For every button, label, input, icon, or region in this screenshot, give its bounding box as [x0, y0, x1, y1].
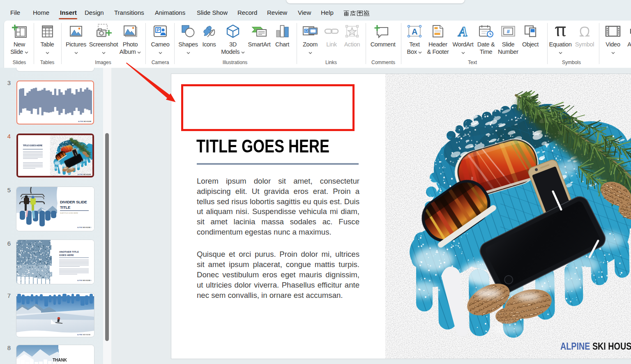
svg-text:P: P [157, 28, 159, 32]
svg-text:ALPINE SKI HOUSE: ALPINE SKI HOUSE [77, 334, 91, 336]
svg-text:#: # [507, 28, 510, 35]
svg-text:5: 5 [91, 227, 92, 228]
svg-text:THANK: THANK [53, 358, 67, 362]
svg-text:6: 6 [91, 280, 92, 281]
svg-text:ALPINE SKI HOUSE: ALPINE SKI HOUSE [77, 227, 91, 228]
svg-text:ALPINE SKI HOUSE: ALPINE SKI HOUSE [78, 174, 91, 175]
svg-text:4: 4 [90, 174, 91, 175]
svg-text:DIVIDER SLIDE: DIVIDER SLIDE [60, 200, 87, 204]
svg-text:GOES HERE: GOES HERE [59, 254, 74, 256]
svg-text:3: 3 [90, 121, 91, 122]
svg-text:SUBTITLE GOES HERE: SUBTITLE GOES HERE [60, 212, 78, 214]
svg-text:A: A [458, 24, 467, 38]
svg-text:ALPINE SKI HOUSE: ALPINE SKI HOUSE [77, 280, 91, 281]
svg-text:TITLE: TITLE [60, 205, 70, 210]
svg-text:ALPINE SKI HOUSE: ALPINE SKI HOUSE [78, 121, 92, 122]
svg-text:TITLE GOES HERE: TITLE GOES HERE [23, 144, 43, 147]
svg-text:ANOTHER TITLE: ANOTHER TITLE [59, 251, 79, 253]
svg-text:A: A [412, 27, 417, 36]
